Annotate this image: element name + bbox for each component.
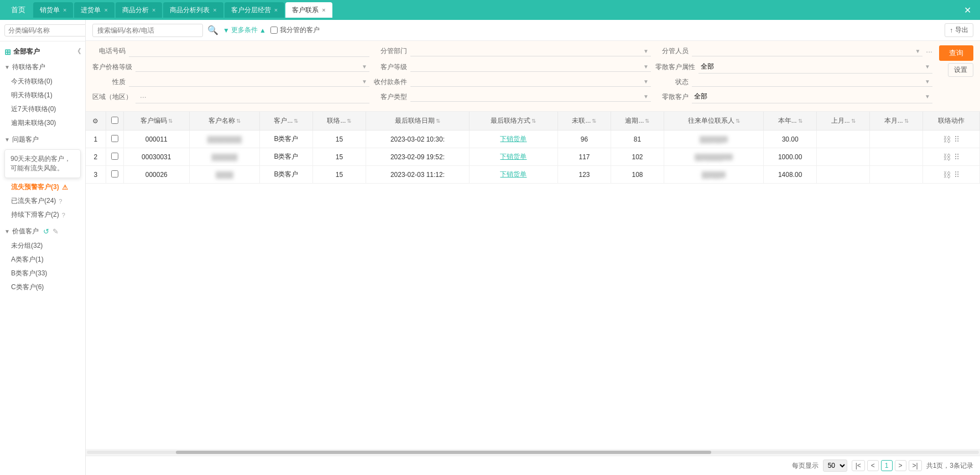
td-action-3: ⛓ ⠿ <box>923 166 980 184</box>
more-action-icon[interactable]: ⠿ <box>954 135 960 144</box>
sidebar-group-problem-header[interactable]: ▼ 问题客户 <box>0 132 85 147</box>
chevron-down-icon: ▼ <box>643 64 649 70</box>
sidebar-item-class-c[interactable]: C类客户(6) <box>0 280 85 294</box>
first-page-button[interactable]: |< <box>852 460 865 471</box>
td-thismonth-1 <box>870 131 923 148</box>
tab-close-icon[interactable]: × <box>63 7 66 13</box>
tab-close-icon[interactable]: × <box>104 7 107 13</box>
sidebar-item-class-a[interactable]: A类客户(1) <box>0 253 85 267</box>
row-checkbox[interactable] <box>111 135 118 142</box>
settings-button[interactable]: 设置 <box>948 63 973 77</box>
horizontal-scrollbar[interactable] <box>86 449 980 456</box>
sidebar-item-class-b[interactable]: B类客户(33) <box>0 267 85 280</box>
sidebar-group-value-header[interactable]: ▼ 价值客户 ↺ ✎ <box>0 224 85 239</box>
th-this-month[interactable]: 本月...⇅ <box>870 112 923 131</box>
sidebar-item-week-pending[interactable]: 近7天待联络(0) <box>0 102 85 116</box>
th-year-amount[interactable]: 本年...⇅ <box>764 112 817 131</box>
adv-select-status[interactable]: ▼ <box>692 77 932 87</box>
next-page-button[interactable]: > <box>895 460 906 471</box>
adv-select-payment[interactable]: ▼ <box>410 77 651 87</box>
tab-home[interactable]: 首页 <box>4 2 32 18</box>
sidebar-item-overdue-pending[interactable]: 逾期未联络(30) <box>0 116 85 130</box>
tab-close-icon[interactable]: × <box>213 7 216 13</box>
sidebar-search-input[interactable] <box>4 24 86 36</box>
tab-close-icon[interactable]: × <box>152 7 155 13</box>
main-search-button[interactable]: 🔍 <box>207 25 218 35</box>
sidebar-item-ungrouped[interactable]: 未分组(32) <box>0 239 85 253</box>
adv-select-customer-type[interactable]: ▼ <box>410 92 651 102</box>
window-close-button[interactable]: ✕ <box>960 5 976 15</box>
th-settings[interactable]: ⚙ <box>86 112 106 131</box>
link-action-icon[interactable]: ⛓ <box>943 135 951 144</box>
more-action-icon[interactable]: ⠿ <box>954 153 960 161</box>
export-icon: ↑ <box>950 27 953 34</box>
th-overdue[interactable]: 逾期...⇅ <box>611 112 664 131</box>
page-size-select[interactable]: 50 <box>823 460 847 472</box>
more-conditions-button[interactable]: ▼ 更多条件 ▲ <box>223 25 266 35</box>
th-customer-type[interactable]: 客户...⇅ <box>259 112 312 131</box>
adv-select-retail-attr[interactable]: 全部 ▼ <box>698 60 932 74</box>
th-unit-contacts[interactable]: 往来单位联系人⇅ <box>664 112 763 131</box>
tab-customer-layered[interactable]: 客户分层经营 × <box>225 2 284 18</box>
adv-field-phone: 电话号码 <box>92 45 369 57</box>
adv-select-retail[interactable]: 全部 ▼ <box>692 90 932 103</box>
th-checkbox[interactable] <box>106 112 123 131</box>
tab-customer-contact[interactable]: 客户联系 × <box>285 2 332 18</box>
link-action-icon[interactable]: ⛓ <box>943 153 951 161</box>
td-checkbox-3[interactable] <box>106 166 123 184</box>
query-button[interactable]: 查询 <box>939 45 973 61</box>
row-checkbox[interactable] <box>111 153 118 160</box>
td-checkbox-2[interactable] <box>106 148 123 166</box>
th-last-contact-way[interactable]: 最后联络方式⇅ <box>470 112 558 131</box>
tab-purchase-order[interactable]: 进货单 × <box>74 2 114 18</box>
question-icon: ? <box>59 198 62 205</box>
th-contact-count[interactable]: 联络...⇅ <box>312 112 366 131</box>
collapse-icon[interactable]: 《 <box>74 47 81 56</box>
ellipsis-icon[interactable]: ··· <box>926 47 932 56</box>
th-customer-code[interactable]: 客户编码⇅ <box>123 112 190 131</box>
my-managed-checkbox[interactable] <box>270 27 278 34</box>
sidebar-item-tomorrow-pending[interactable]: 明天待联络(1) <box>0 88 85 102</box>
th-customer-name[interactable]: 客户名称⇅ <box>190 112 260 131</box>
tab-sales-order[interactable]: 销货单 × <box>33 2 73 18</box>
sidebar-root-all-customers[interactable]: ⊞ 全部客户 《 <box>0 44 85 60</box>
my-managed-checkbox-area[interactable]: 我分管的客户 <box>270 25 320 35</box>
th-unlinked-days[interactable]: 未联...⇅ <box>557 112 611 131</box>
tab-product-analysis-list[interactable]: 商品分析列表 × <box>163 2 223 18</box>
last-page-button[interactable]: >| <box>909 460 922 471</box>
td-way-3[interactable]: 下销货单 <box>470 166 558 184</box>
th-last-month[interactable]: 上月...⇅ <box>817 112 870 131</box>
more-action-icon[interactable]: ⠿ <box>954 170 960 179</box>
adv-select-nature[interactable]: ▼ <box>129 77 369 87</box>
adv-field-region: 区域（地区） ··· <box>92 91 369 103</box>
tab-close-icon[interactable]: × <box>322 7 325 13</box>
prev-page-button[interactable]: < <box>867 460 879 471</box>
edit-icon[interactable]: ✎ <box>53 227 59 236</box>
th-last-contact-date[interactable]: 最后联络日期⇅ <box>366 112 469 131</box>
link-action-icon[interactable]: ⛓ <box>943 170 951 179</box>
td-thismonth-2 <box>870 148 923 166</box>
sidebar-group-pending-header[interactable]: ▼ 待联络客户 <box>0 60 85 75</box>
tab-product-analysis[interactable]: 商品分析 × <box>116 2 162 18</box>
td-way-2[interactable]: 下销货单 <box>470 148 558 166</box>
adv-select-customer-grade[interactable]: ▼ <box>410 62 651 72</box>
sidebar-item-today-pending[interactable]: 今天待联络(0) <box>0 75 85 88</box>
adv-select-price-grade[interactable]: ▼ <box>135 62 369 72</box>
sidebar-item-declining[interactable]: 持续下滑客户(2) ? <box>0 208 85 222</box>
tab-close-icon[interactable]: × <box>274 7 278 13</box>
sidebar-item-churn-warning[interactable]: 流失预警客户(3) ⚠ <box>0 180 85 194</box>
adv-select-region[interactable]: ··· <box>135 91 369 103</box>
td-checkbox-1[interactable] <box>106 131 123 148</box>
adv-select-manager[interactable]: ▼ <box>692 46 922 56</box>
refresh-icon[interactable]: ↺ <box>43 227 49 236</box>
select-all-checkbox[interactable] <box>111 117 118 124</box>
ellipsis-icon[interactable]: ··· <box>140 92 147 101</box>
scrollbar-thumb[interactable] <box>176 451 711 454</box>
main-search-input[interactable] <box>92 24 203 37</box>
export-button[interactable]: ↑ 导出 <box>945 23 973 37</box>
adv-input-phone[interactable] <box>129 45 369 57</box>
td-way-1[interactable]: 下销货单 <box>470 131 558 148</box>
adv-select-dept[interactable]: ▼ <box>410 46 651 56</box>
sidebar-item-churned[interactable]: 已流失客户(24) ? <box>0 194 85 208</box>
row-checkbox[interactable] <box>111 170 118 178</box>
